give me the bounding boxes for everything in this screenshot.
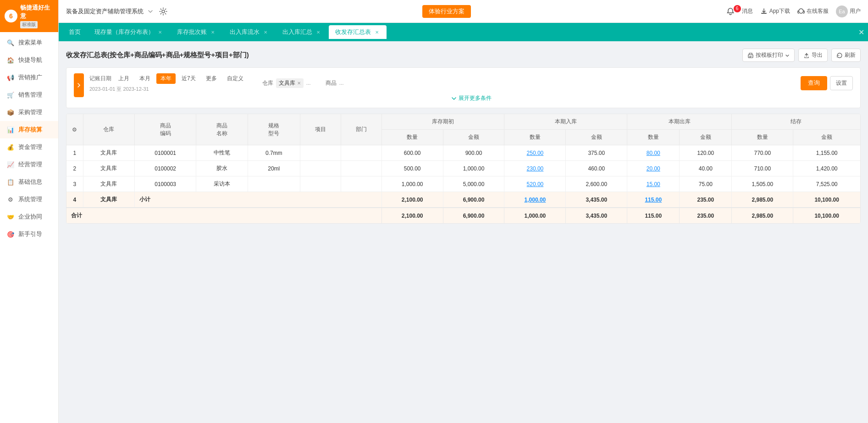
dropdown-arrow-icon[interactable] bbox=[147, 8, 154, 15]
sidebar-item-marketing[interactable]: 📢 营销推广 bbox=[0, 69, 58, 86]
sidebar-item-sales[interactable]: 🛒 销售管理 bbox=[0, 86, 58, 104]
warehouse-tag-close[interactable]: ✕ bbox=[297, 81, 301, 86]
sidebar-item-finance[interactable]: 💰 资金管理 bbox=[0, 138, 58, 156]
tab-in-out-flow[interactable]: 出入库流水 ✕ bbox=[223, 25, 275, 39]
tab-close-inventory-dist[interactable]: ✕ bbox=[157, 29, 163, 35]
sidebar-item-inventory[interactable]: 📊 库存核算 bbox=[0, 121, 58, 138]
total-label: 合计 bbox=[66, 208, 381, 223]
svg-point-2 bbox=[799, 9, 803, 13]
user-btn[interactable]: Ea 用户 bbox=[836, 5, 861, 17]
date-this-month[interactable]: 本月 bbox=[135, 73, 155, 84]
export-btn[interactable]: 导出 bbox=[798, 49, 828, 62]
settings-gear[interactable]: ⚙ bbox=[72, 126, 77, 133]
filter-expand-btn[interactable] bbox=[74, 73, 84, 97]
page-title: 收发存汇总表(按仓库+商品编码+商品+规格型号+项目+部门) bbox=[66, 51, 249, 60]
app-name: 畅捷通好生意 bbox=[20, 4, 54, 20]
sidebar-item-operations[interactable]: 📈 经营管理 bbox=[0, 156, 58, 173]
date-7days[interactable]: 近7天 bbox=[177, 73, 200, 84]
col-goods-name-header: 商品名称 bbox=[196, 114, 248, 145]
try-industry-btn[interactable]: 体验行业方案 bbox=[422, 5, 471, 18]
avatar: Ea bbox=[836, 5, 848, 17]
row-goods-spec: 0.7mm bbox=[248, 145, 300, 161]
sidebar-item-quick-nav[interactable]: 🏠 快捷导航 bbox=[0, 51, 58, 69]
row-open-amt: 5,000.00 bbox=[443, 176, 504, 192]
row-in-qty[interactable]: 250.00 bbox=[504, 145, 566, 161]
sidebar-item-search[interactable]: 🔍 搜索菜单 bbox=[0, 34, 58, 51]
tab-close-in-out-flow[interactable]: ✕ bbox=[262, 29, 269, 35]
subtotal-in-qty: 1,000.00 bbox=[504, 192, 566, 208]
total-bal-amt: 10,100.00 bbox=[793, 208, 860, 223]
tab-in-out-summary[interactable]: 出入库汇总 ✕ bbox=[276, 25, 328, 39]
row-goods-name: 胶水 bbox=[196, 161, 248, 176]
tab-batch-ledger[interactable]: 库存批次账 ✕ bbox=[171, 25, 222, 39]
megaphone-icon: 📢 bbox=[6, 73, 15, 82]
row-out-qty[interactable]: 15.00 bbox=[627, 176, 680, 192]
tab-bar-close-btn[interactable]: ✕ bbox=[858, 28, 864, 37]
settings-icon[interactable] bbox=[159, 7, 167, 16]
total-out-amt: 235.00 bbox=[680, 208, 732, 223]
printer-icon bbox=[747, 52, 754, 59]
chevron-right-icon bbox=[76, 82, 82, 88]
row-goods-name: 中性笔 bbox=[196, 145, 248, 161]
sidebar-logo[interactable]: 6 畅捷通好生意 标准版 bbox=[0, 0, 58, 32]
row-open-amt: 1,000.00 bbox=[443, 161, 504, 176]
message-btn[interactable]: 6 消息 bbox=[726, 7, 753, 16]
row-goods-name: 采访本 bbox=[196, 176, 248, 192]
warehouse-tag: 文具库 ✕ bbox=[276, 78, 304, 88]
date-last-month[interactable]: 上月 bbox=[114, 73, 133, 84]
query-btn[interactable]: 查询 bbox=[801, 76, 827, 90]
goods-more-btn[interactable]: ... bbox=[339, 80, 344, 86]
tab-home[interactable]: 首页 bbox=[62, 25, 87, 39]
col-out-amt-header: 金额 bbox=[680, 130, 732, 145]
date-custom[interactable]: 自定义 bbox=[223, 73, 248, 84]
date-this-year[interactable]: 本年 bbox=[156, 73, 176, 84]
row-out-qty[interactable]: 80.00 bbox=[627, 145, 680, 161]
print-btn[interactable]: 按模板打印 bbox=[742, 49, 795, 62]
export-icon bbox=[803, 52, 810, 59]
row-open-qty: 500.00 bbox=[381, 161, 443, 176]
sidebar-item-purchase[interactable]: 📦 采购管理 bbox=[0, 104, 58, 121]
sidebar-item-collab[interactable]: 🤝 企业协同 bbox=[0, 208, 58, 225]
topbar: 装备及固定资产辅助管理系统 体验行业方案 6 消息 bbox=[59, 0, 868, 23]
filter-settings-btn[interactable]: 设置 bbox=[830, 76, 853, 90]
col-in-amt-header: 金额 bbox=[566, 130, 627, 145]
page-content: 收发存汇总表(按仓库+商品编码+商品+规格型号+项目+部门) 按模板打印 bbox=[59, 41, 868, 423]
row-goods-code: 0100003 bbox=[135, 176, 196, 192]
row-project bbox=[300, 176, 341, 192]
tab-close-receive-summary[interactable]: ✕ bbox=[374, 29, 380, 35]
row-warehouse: 文具库 bbox=[83, 161, 135, 176]
row-in-amt: 2,600.00 bbox=[566, 176, 627, 192]
row-warehouse: 文具库 bbox=[83, 176, 135, 192]
box-icon: 📦 bbox=[6, 108, 15, 116]
tab-receive-summary[interactable]: 收发存汇总表 ✕ bbox=[329, 25, 387, 39]
cart-icon: 🛒 bbox=[6, 91, 15, 99]
tab-inventory-dist[interactable]: 现存量（库存分布表） ✕ bbox=[88, 25, 170, 39]
col-project-header: 项目 bbox=[300, 114, 341, 145]
warehouse-more-btn[interactable]: ... bbox=[306, 80, 311, 86]
subtotal-out-amt: 235.00 bbox=[680, 192, 732, 208]
download-icon bbox=[760, 8, 768, 15]
sidebar: 6 畅捷通好生意 标准版 🔍 搜索菜单 🏠 快捷导航 📢 营销推广 🛒 销售管理… bbox=[0, 0, 59, 423]
row-in-qty[interactable]: 520.00 bbox=[504, 176, 566, 192]
row-bal-amt: 1,155.00 bbox=[793, 145, 860, 161]
refresh-btn[interactable]: 刷新 bbox=[831, 49, 861, 62]
row-out-qty[interactable]: 20.00 bbox=[627, 161, 680, 176]
date-more[interactable]: 更多 bbox=[202, 73, 221, 84]
tab-close-batch-ledger[interactable]: ✕ bbox=[210, 29, 216, 35]
total-out-qty: 115.00 bbox=[627, 208, 680, 223]
date-label: 记账日期 bbox=[89, 75, 111, 82]
sidebar-item-guide[interactable]: 🎯 新手引导 bbox=[0, 225, 58, 243]
sidebar-item-base-info[interactable]: 📋 基础信息 bbox=[0, 173, 58, 191]
tab-close-in-out-summary[interactable]: ✕ bbox=[315, 29, 321, 35]
subtotal-open-qty: 2,100.00 bbox=[381, 192, 443, 208]
sidebar-item-system[interactable]: ⚙ 系统管理 bbox=[0, 191, 58, 208]
row-out-amt: 75.00 bbox=[680, 176, 732, 192]
expand-more-btn[interactable]: 展开更多条件 bbox=[89, 94, 853, 102]
subtotal-open-amt: 6,900.00 bbox=[443, 192, 504, 208]
col-settings-header[interactable]: ⚙ bbox=[66, 114, 83, 145]
row-in-qty[interactable]: 230.00 bbox=[504, 161, 566, 176]
row-project bbox=[300, 145, 341, 161]
online-service-btn[interactable]: 在线客服 bbox=[797, 7, 829, 15]
row-project bbox=[300, 161, 341, 176]
app-download-btn[interactable]: App下载 bbox=[760, 7, 790, 15]
